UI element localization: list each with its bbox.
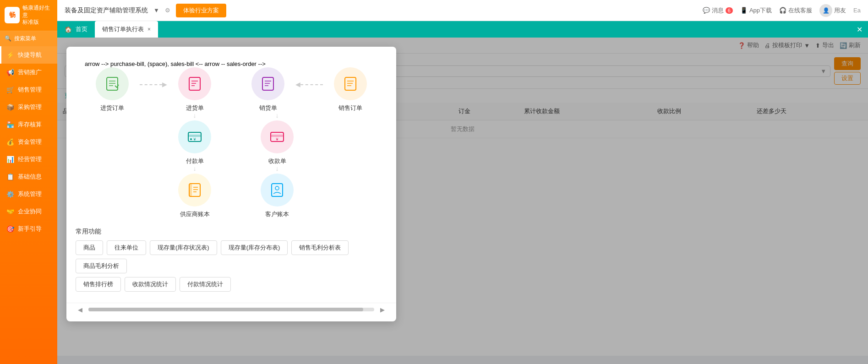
svg-text:¥: ¥ xyxy=(275,137,278,141)
logo-text: 畅康通好生意 标准版 xyxy=(22,5,53,26)
tab-bar: 🏠 首页 销售订单执行表 × ✕ xyxy=(57,21,868,38)
flow-node-sales-bill[interactable]: 销货单 xyxy=(240,67,295,112)
scroll-right-button[interactable]: ▶ xyxy=(378,305,387,314)
message-icon: 💬 xyxy=(703,7,710,14)
purchase-bill-icon xyxy=(178,67,211,100)
payment-icon: ¥ xyxy=(178,120,211,153)
avatar: 👤 xyxy=(819,4,832,17)
finance-icon: 💰 xyxy=(6,138,14,146)
sidebar-item-system[interactable]: ⚙️ 系统管理 xyxy=(0,185,57,203)
btn-stock-status[interactable]: 现存量(库存状况表) xyxy=(150,240,217,255)
sidebar-item-sales[interactable]: 🛒 销售管理 xyxy=(0,81,57,98)
home-icon: 🏠 xyxy=(65,26,72,33)
sales-order-icon xyxy=(334,67,367,100)
user-avatar-area[interactable]: 👤 用友 xyxy=(819,4,846,17)
operation-icon: 📊 xyxy=(6,155,14,163)
gear-icon[interactable]: ⚙ xyxy=(165,7,170,14)
receipt-icon: ¥ xyxy=(261,120,294,153)
scroll-thumb[interactable] xyxy=(88,308,363,311)
download-icon: 📱 xyxy=(740,7,748,14)
svg-rect-0 xyxy=(107,77,118,90)
common-buttons-row2: 销售排行榜 收款情况统计 付款情况统计 xyxy=(76,277,387,292)
sidebar-item-enterprise[interactable]: 🤝 企业协同 xyxy=(0,203,57,220)
header-right: 💬 消息 6 📱 App下载 🎧 在线客服 👤 用友 Ea xyxy=(703,4,861,17)
flow-area: arrow --> purchase-bill, (space), sales-… xyxy=(66,47,396,228)
top-header: 装备及固定资产辅助管理系统 ▼ ⚙ 体验行业方案 💬 消息 6 📱 App下载 … xyxy=(57,0,868,21)
flow-node-sales-order[interactable]: 销售订单 xyxy=(323,67,378,112)
btn-product-margin[interactable]: 商品毛利分析 xyxy=(76,259,127,273)
common-buttons-row1: 商品 往来单位 现存量(库存状况表) 现存量(库存分布表) 销售毛利分析表 商品… xyxy=(76,240,387,273)
sidebar-logo: 畅 畅康通好生意 标准版 xyxy=(0,0,57,31)
flow-node-payment[interactable]: ¥ 付款单 xyxy=(167,120,222,165)
tab-close-icon[interactable]: × xyxy=(147,26,151,33)
search-icon: 🔍 xyxy=(5,35,11,42)
quick-nav-icon: ⚡ xyxy=(6,51,14,59)
search-menu[interactable]: 🔍 搜索菜单 xyxy=(0,31,57,46)
inventory-icon: 🏪 xyxy=(6,120,14,129)
scroll-left-button[interactable]: ◀ xyxy=(76,305,85,314)
svg-rect-4 xyxy=(189,77,200,90)
flow-node-purchase-order[interactable]: 进货订单 xyxy=(85,67,140,112)
tab-home[interactable]: 🏠 首页 xyxy=(57,21,95,38)
tab-sales-order[interactable]: 销售订单执行表 × xyxy=(95,21,158,38)
flow-node-purchase-bill[interactable]: 进货单 xyxy=(167,67,222,112)
btn-payment-stats[interactable]: 付款情况统计 xyxy=(180,277,231,292)
service-icon: 🎧 xyxy=(779,7,786,14)
sales-bill-icon xyxy=(251,67,284,100)
basic-info-icon: 📋 xyxy=(6,173,14,181)
svg-rect-24 xyxy=(189,184,192,196)
marketing-icon: 📢 xyxy=(6,68,14,76)
sidebar-item-inventory[interactable]: 🏪 库存核算 xyxy=(0,116,57,133)
sidebar-item-marketing[interactable]: 📢 营销推广 xyxy=(0,64,57,81)
guide-icon: 🎯 xyxy=(6,225,14,233)
flow-node-receipt[interactable]: ¥ 收款单 xyxy=(250,120,305,165)
btn-product[interactable]: 商品 xyxy=(76,240,103,255)
sales-icon: 🛒 xyxy=(6,86,14,94)
app-download-button[interactable]: 📱 App下载 xyxy=(740,6,772,15)
scroll-track[interactable] xyxy=(88,308,374,311)
window-close-button[interactable]: ✕ xyxy=(857,26,863,33)
scroll-bar-area: ◀ ▶ xyxy=(66,303,396,321)
ea-label: Ea xyxy=(853,7,861,14)
sidebar-item-quick-nav[interactable]: ⚡ 快捷导航 xyxy=(0,46,57,64)
sidebar-item-purchase[interactable]: 📦 采购管理 xyxy=(0,98,57,116)
system-icon: ⚙️ xyxy=(6,190,14,198)
sidebar-item-basic-info[interactable]: 📋 基础信息 xyxy=(0,168,57,185)
btn-sales-margin[interactable]: 销售毛利分析表 xyxy=(291,240,349,255)
purchase-icon: 📦 xyxy=(6,103,14,111)
logo-icon: 畅 xyxy=(5,7,20,23)
sidebar: 畅 畅康通好生意 标准版 🔍 搜索菜单 ⚡ 快捷导航 📢 营销推广 🛒 销售管理… xyxy=(0,0,57,364)
svg-rect-8 xyxy=(262,77,273,90)
sidebar-item-guide[interactable]: 🎯 新手引导 xyxy=(0,220,57,238)
svg-rect-12 xyxy=(345,77,356,90)
purchase-order-icon xyxy=(96,67,129,100)
flow-node-supplier-ledger[interactable]: 供应商账本 xyxy=(167,174,222,218)
supplier-ledger-icon xyxy=(178,174,211,206)
btn-stock-distribution[interactable]: 现存量(库存分布表) xyxy=(221,240,288,255)
btn-sales-ranking[interactable]: 销售排行榜 xyxy=(76,277,121,292)
online-service-button[interactable]: 🎧 在线客服 xyxy=(779,6,812,15)
system-dropdown[interactable]: ▼ xyxy=(153,7,159,14)
flow-node-customer-ledger[interactable]: 客户账本 xyxy=(250,174,305,218)
btn-collection-stats[interactable]: 收款情况统计 xyxy=(125,277,176,292)
system-title: 装备及固定资产辅助管理系统 xyxy=(65,6,148,15)
message-badge: 6 xyxy=(726,7,733,14)
message-button[interactable]: 💬 消息 6 xyxy=(703,6,733,15)
svg-point-29 xyxy=(275,186,279,190)
flow-popup: arrow --> purchase-bill, (space), sales-… xyxy=(66,47,396,321)
tab-bar-right: ✕ xyxy=(857,25,868,34)
btn-trading-unit[interactable]: 往来单位 xyxy=(107,240,146,255)
sidebar-item-operation[interactable]: 📊 经营管理 xyxy=(0,151,57,168)
enterprise-icon: 🤝 xyxy=(6,207,14,216)
svg-point-18 xyxy=(190,138,192,140)
customer-ledger-icon xyxy=(261,174,294,206)
popup-overlay[interactable]: arrow --> purchase-bill, (space), sales-… xyxy=(57,38,868,364)
common-functions-title: 常用功能 xyxy=(76,228,387,236)
sidebar-item-finance[interactable]: 💰 资金管理 xyxy=(0,133,57,151)
common-functions-section: 常用功能 商品 往来单位 现存量(库存状况表) 现存量(库存分布表) 销售毛利分… xyxy=(66,228,396,303)
chevron-down-icon: ▼ xyxy=(153,7,159,14)
svg-text:¥: ¥ xyxy=(193,137,196,141)
trial-button[interactable]: 体验行业方案 xyxy=(176,4,226,17)
